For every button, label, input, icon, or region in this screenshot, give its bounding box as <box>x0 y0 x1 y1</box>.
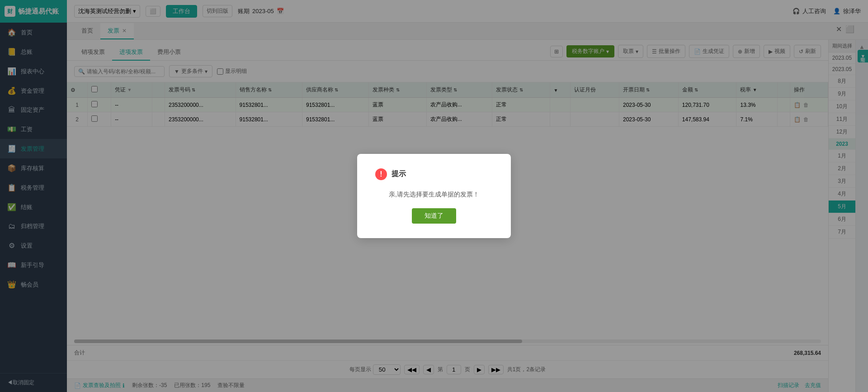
modal-message: 亲,请先选择要生成单据的发票！ <box>389 189 479 199</box>
modal-overlay: ! 提示 亲,请先选择要生成单据的发票！ 知道了 <box>0 0 868 392</box>
modal-warning-icon: ! <box>375 168 387 180</box>
modal-title: 提示 <box>392 169 406 179</box>
modal-title-row: ! 提示 <box>375 168 493 180</box>
modal-box: ! 提示 亲,请先选择要生成单据的发票！ 知道了 <box>357 154 511 238</box>
modal-confirm-button[interactable]: 知道了 <box>412 208 456 224</box>
